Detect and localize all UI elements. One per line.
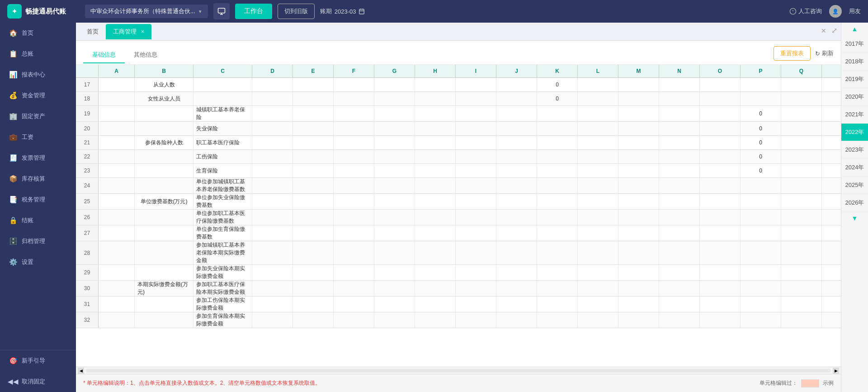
cell-27-J[interactable] <box>496 225 537 241</box>
cell-25-D[interactable] <box>252 194 293 209</box>
cell-23-K[interactable] <box>537 164 578 177</box>
cell-25-N[interactable] <box>659 194 700 209</box>
cell-27-I[interactable] <box>456 225 496 241</box>
cell-29-J[interactable] <box>496 265 537 280</box>
cell-22-O[interactable] <box>700 150 741 163</box>
cell-24-M[interactable] <box>618 178 659 193</box>
cell-27-N[interactable] <box>659 225 700 241</box>
cell-24-E[interactable] <box>293 178 334 193</box>
cell-27-O[interactable] <box>700 225 741 241</box>
cell-19-K[interactable] <box>537 106 578 121</box>
cell-30-L[interactable] <box>578 281 618 296</box>
cell-26-P[interactable] <box>741 210 781 225</box>
cell-23-N[interactable] <box>659 164 700 177</box>
year-2024[interactable]: 2024年 <box>841 159 868 177</box>
cell-23-G[interactable] <box>374 164 415 177</box>
cell-30-F[interactable] <box>334 281 374 296</box>
cell-22-K[interactable] <box>537 150 578 163</box>
cell-26-M[interactable] <box>618 210 659 225</box>
cell-22-B[interactable] <box>135 150 193 163</box>
cell-19-O[interactable] <box>700 106 741 121</box>
cell-20-C[interactable]: 失业保险 <box>193 122 252 135</box>
cell-26-E[interactable] <box>293 210 334 225</box>
year-2018[interactable]: 2018年 <box>841 53 868 71</box>
close-window-btn[interactable]: × <box>821 26 826 36</box>
cell-19-H[interactable] <box>415 106 456 121</box>
cell-20-J[interactable] <box>496 122 537 135</box>
cell-28-H[interactable] <box>415 241 456 264</box>
cell-27-F[interactable] <box>334 225 374 241</box>
cell-21-L[interactable] <box>578 136 618 149</box>
tab-business[interactable]: 工商管理 × <box>106 24 151 39</box>
expand-window-btn[interactable]: ⤢ <box>831 26 837 36</box>
cell-25-H[interactable] <box>415 194 456 209</box>
cell-20-P[interactable]: 0 <box>741 122 781 135</box>
cell-18-O[interactable] <box>700 92 741 105</box>
cell-30-E[interactable] <box>293 281 334 296</box>
cell-25-Q[interactable] <box>781 194 822 209</box>
cell-20-G[interactable] <box>374 122 415 135</box>
year-2026[interactable]: 2026年 <box>841 194 868 212</box>
cell-22-C[interactable]: 工伤保险 <box>193 150 252 163</box>
cell-18-Q[interactable] <box>781 92 822 105</box>
cell-26-D[interactable] <box>252 210 293 225</box>
cell-31-Q[interactable] <box>781 296 822 312</box>
cell-32-F[interactable] <box>334 312 374 328</box>
sub-tab-other[interactable]: 其他信息 <box>125 47 166 63</box>
cell-29-Q[interactable] <box>781 265 822 280</box>
cell-26-I[interactable] <box>456 210 496 225</box>
cell-19-I[interactable] <box>456 106 496 121</box>
cell-31-P[interactable] <box>741 296 781 312</box>
cell-29-G[interactable] <box>374 265 415 280</box>
cell-19-Q[interactable] <box>781 106 822 121</box>
cell-30-P[interactable] <box>741 281 781 296</box>
h-scroll-right-btn[interactable]: ▶ <box>833 368 839 374</box>
cell-17-A[interactable] <box>99 78 135 91</box>
cell-23-F[interactable] <box>334 164 374 177</box>
year-2019[interactable]: 2019年 <box>841 71 868 88</box>
cell-31-G[interactable] <box>374 296 415 312</box>
sidebar-item-unpin[interactable]: ◀◀ 取消固定 <box>0 371 76 392</box>
cell-17-G[interactable] <box>374 78 415 91</box>
cell-26-O[interactable] <box>700 210 741 225</box>
cell-28-E[interactable] <box>293 241 334 264</box>
cell-32-M[interactable] <box>618 312 659 328</box>
cell-30-K[interactable] <box>537 281 578 296</box>
year-2023[interactable]: 2023年 <box>841 141 868 159</box>
cell-28-D[interactable] <box>252 241 293 264</box>
cell-25-I[interactable] <box>456 194 496 209</box>
cell-20-O[interactable] <box>700 122 741 135</box>
year-2022[interactable]: 2022年 <box>841 124 868 141</box>
cell-29-K[interactable] <box>537 265 578 280</box>
cell-24-O[interactable] <box>700 178 741 193</box>
cell-19-B[interactable] <box>135 106 193 121</box>
cell-20-L[interactable] <box>578 122 618 135</box>
cell-32-G[interactable] <box>374 312 415 328</box>
cell-21-K[interactable] <box>537 136 578 149</box>
cell-18-G[interactable] <box>374 92 415 105</box>
year-2021[interactable]: 2021年 <box>841 106 868 124</box>
cell-30-I[interactable] <box>456 281 496 296</box>
cell-19-L[interactable] <box>578 106 618 121</box>
cell-32-D[interactable] <box>252 312 293 328</box>
sidebar-item-archive[interactable]: 🗄️ 归档管理 <box>0 231 76 252</box>
h-scroll-track[interactable] <box>86 369 831 373</box>
sidebar-item-assets[interactable]: 🏢 固定资产 <box>0 106 76 127</box>
cell-22-A[interactable] <box>99 150 135 163</box>
cell-25-M[interactable] <box>618 194 659 209</box>
cell-21-P[interactable]: 0 <box>741 136 781 149</box>
cell-24-H[interactable] <box>415 178 456 193</box>
cell-24-D[interactable] <box>252 178 293 193</box>
cell-19-G[interactable] <box>374 106 415 121</box>
cell-18-M[interactable] <box>618 92 659 105</box>
cell-24-P[interactable] <box>741 178 781 193</box>
cell-32-A[interactable] <box>99 312 135 328</box>
cell-28-F[interactable] <box>334 241 374 264</box>
cell-20-M[interactable] <box>618 122 659 135</box>
cell-23-D[interactable] <box>252 164 293 177</box>
cell-18-K[interactable]: 0 <box>537 92 578 105</box>
cell-17-P[interactable] <box>741 78 781 91</box>
year-2025[interactable]: 2025年 <box>841 177 868 194</box>
cell-22-N[interactable] <box>659 150 700 163</box>
year-up-arrow[interactable]: ▲ <box>849 23 861 35</box>
